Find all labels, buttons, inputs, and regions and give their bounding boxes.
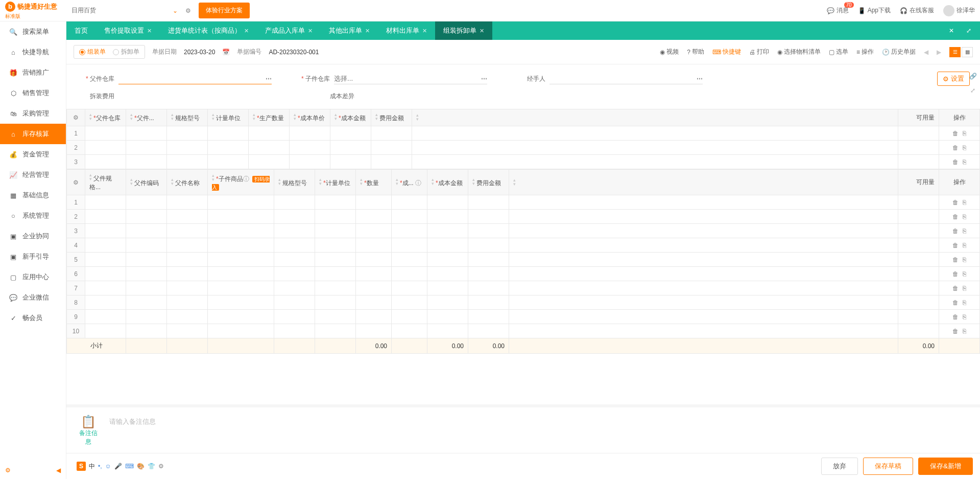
tab[interactable]: 售价提取设置✕ (96, 21, 160, 40)
delete-icon[interactable]: 🗑 (952, 270, 959, 278)
try-industry-button[interactable]: 体验行业方案 (199, 3, 250, 18)
col-cost-amount[interactable]: ▴▾*成本金额 (330, 109, 371, 126)
expand-tabs-button[interactable]: ⤢ (963, 25, 975, 37)
card-view-button[interactable]: ▦ (962, 47, 973, 57)
nav-item[interactable]: ▢应用中心 (0, 267, 66, 287)
nav-item[interactable]: 📈经营管理 (0, 165, 66, 185)
table-settings-header[interactable]: ⚙ (67, 109, 85, 126)
nav-item[interactable]: 💬企业微信 (0, 287, 66, 308)
delete-icon[interactable]: 🗑 (952, 328, 959, 335)
delete-icon[interactable]: 🗑 (952, 130, 959, 137)
settings-gear-icon[interactable]: ⚙ (5, 467, 11, 474)
col-parent-item[interactable]: ▴▾*父件... (126, 109, 167, 126)
assemble-radio[interactable]: 组装单 (79, 48, 106, 56)
table-row[interactable]: 4🗑⎘ (67, 238, 980, 253)
tab[interactable]: 材料出库单✕ (378, 21, 435, 40)
help-link[interactable]: ? 帮助 (687, 48, 704, 56)
col-unit[interactable]: ▴▾计量单位 (208, 109, 249, 126)
delete-icon[interactable]: 🗑 (952, 313, 959, 321)
delete-icon[interactable]: 🗑 (952, 285, 959, 292)
delete-icon[interactable]: 🗑 (952, 199, 959, 206)
ellipsis-icon[interactable]: ⋯ (697, 75, 703, 82)
calendar-icon[interactable]: 📅 (222, 49, 230, 56)
delete-icon[interactable]: 🗑 (952, 256, 959, 263)
col-parent-spec[interactable]: ▴▾父件规格... (85, 170, 126, 195)
nav-item[interactable]: 🔍搜索菜单 (0, 21, 66, 42)
save-draft-button[interactable]: 保存草稿 (863, 458, 913, 475)
nav-item[interactable]: ▦基础信息 (0, 185, 66, 206)
user-menu[interactable]: 徐泽华 (943, 5, 975, 16)
cost-diff-input[interactable] (358, 91, 512, 102)
close-all-tabs-button[interactable]: ✕ (945, 25, 958, 37)
copy-icon[interactable]: ⎘ (963, 242, 966, 249)
copy-icon[interactable]: ⎘ (963, 144, 966, 151)
select-material-link[interactable]: ◉ 选择物料清单 (777, 48, 821, 56)
close-icon[interactable]: ✕ (365, 28, 370, 34)
nav-next-icon[interactable]: ▶ (937, 49, 941, 56)
select-document-link[interactable]: ▢ 选单 (829, 48, 848, 56)
nav-item[interactable]: ⌂快捷导航 (0, 42, 66, 62)
collapse-icon[interactable]: ◀ (56, 467, 61, 474)
col-qty[interactable]: ▴▾*数量 (356, 170, 392, 195)
close-icon[interactable]: ✕ (308, 28, 313, 34)
table-row[interactable]: 1🗑⎘ (67, 195, 980, 210)
col-available[interactable]: 可用量 (898, 109, 939, 126)
disassemble-radio[interactable]: 拆卸单 (113, 48, 139, 56)
col-available[interactable]: 可用量 (898, 170, 939, 195)
nav-prev-icon[interactable]: ◀ (924, 49, 928, 56)
copy-icon[interactable]: ⎘ (963, 299, 966, 306)
nav-item[interactable]: ⌂库存核算 (0, 124, 66, 144)
copy-icon[interactable]: ⎘ (963, 130, 966, 137)
disassemble-fee-input[interactable] (118, 91, 272, 102)
close-icon[interactable]: ✕ (480, 28, 484, 34)
table-row[interactable]: 8🗑⎘ (67, 295, 980, 310)
table-settings-header[interactable]: ⚙ (67, 170, 85, 195)
table-row[interactable]: 7🗑⎘ (67, 281, 980, 295)
operate-link[interactable]: ≡ 操作 (856, 48, 874, 56)
col-fee-amount[interactable]: ▴▾费用金额 (371, 109, 412, 126)
table-row[interactable]: 3🗑⎘ (67, 224, 980, 238)
table-row[interactable]: 2🗑⎘ (67, 210, 980, 224)
parent-warehouse-input[interactable] (118, 73, 272, 84)
messages-link[interactable]: 💬 消息 70 (827, 6, 849, 15)
copy-icon[interactable]: ⎘ (963, 256, 966, 263)
col-parent-warehouse[interactable]: ▴▾*父件仓库 (85, 109, 126, 126)
handler-input[interactable] (549, 73, 703, 84)
delete-icon[interactable]: 🗑 (952, 144, 959, 151)
date-value[interactable]: 2023-03-20 (184, 49, 215, 56)
nav-item[interactable]: ▣企业协同 (0, 226, 66, 246)
col-unit[interactable]: ▴▾*计量单位 (315, 170, 356, 195)
col-spec[interactable]: ▴▾规格型号 (167, 109, 208, 126)
close-icon[interactable]: ✕ (422, 28, 427, 34)
ellipsis-icon[interactable]: ⋯ (266, 75, 272, 82)
copy-icon[interactable]: ⎘ (963, 227, 966, 235)
nav-item[interactable]: 💰资金管理 (0, 144, 66, 165)
col-cost-amount[interactable]: ▴▾*成本金额 (427, 170, 468, 195)
table-row[interactable]: 9🗑⎘ (67, 310, 980, 324)
shortcut-link[interactable]: ⌨ 快捷键 (712, 48, 741, 56)
video-link[interactable]: ◉ 视频 (660, 48, 679, 56)
table-row[interactable]: 3🗑⎘ (67, 155, 980, 169)
gear-icon[interactable]: ⚙ (185, 7, 191, 14)
nav-item[interactable]: ⬡销售管理 (0, 83, 66, 103)
nav-item[interactable]: ▣新手引导 (0, 246, 66, 267)
tab[interactable]: 进货单统计表（按商品）✕ (160, 21, 257, 40)
copy-icon[interactable]: ⎘ (963, 285, 966, 292)
ellipsis-icon[interactable]: ⋯ (481, 75, 487, 82)
col-fee-amount[interactable]: ▴▾费用金额 (468, 170, 509, 195)
col-spec[interactable]: ▴▾规格型号 (274, 170, 315, 195)
col-cost-short[interactable]: ▴▾*成... ⓘ (392, 170, 427, 195)
table-row[interactable]: 5🗑⎘ (67, 253, 980, 267)
delete-icon[interactable]: 🗑 (952, 299, 959, 306)
table-row[interactable]: 10🗑⎘ (67, 324, 980, 338)
print-link[interactable]: 🖨 打印 (749, 48, 769, 56)
nav-item[interactable]: 🎁营销推广 (0, 62, 66, 83)
col-prod-qty[interactable]: ▴▾*生产数量 (249, 109, 290, 126)
delete-icon[interactable]: 🗑 (952, 158, 959, 166)
tab[interactable]: 组装拆卸单✕ (435, 21, 492, 40)
close-icon[interactable]: ✕ (244, 28, 249, 34)
online-service-link[interactable]: 🎧 在线客服 (900, 6, 934, 15)
remarks-input[interactable] (109, 415, 970, 428)
col-parent-name[interactable]: ▴▾父件名称 (167, 170, 208, 195)
app-download-link[interactable]: 📱 App下载 (858, 6, 891, 15)
